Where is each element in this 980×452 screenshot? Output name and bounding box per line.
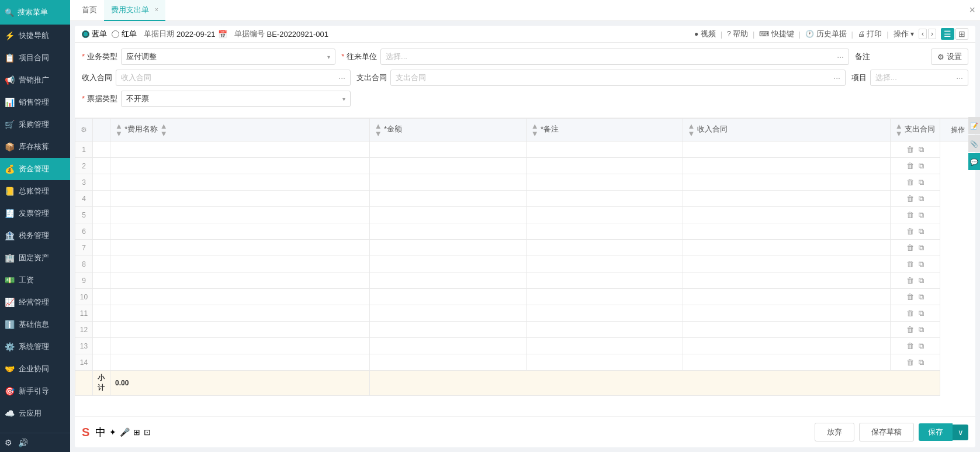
th-config[interactable]: ⚙ xyxy=(75,119,93,142)
radio-red-input[interactable] xyxy=(112,30,119,38)
volume-icon[interactable]: 🔊 xyxy=(18,438,28,447)
brand-icon-2[interactable]: ✦ xyxy=(109,427,116,437)
expense-contract-dots[interactable]: ··· xyxy=(833,73,840,82)
brand-icon-4[interactable]: ⊞ xyxy=(133,427,140,437)
row-7-expense-contract[interactable] xyxy=(683,240,890,256)
row-12-note[interactable] xyxy=(369,322,526,338)
row-10-expense-name[interactable] xyxy=(93,289,110,305)
row-3-expense-name[interactable] xyxy=(93,174,110,191)
settings-button[interactable]: ⚙ 设置 xyxy=(931,49,968,65)
row-9-delete-icon[interactable]: 🗑 xyxy=(906,276,914,285)
row-14-amount[interactable] xyxy=(110,354,370,371)
row-5-amount[interactable] xyxy=(110,207,370,223)
row-12-expense-name[interactable] xyxy=(93,322,110,338)
row-8-delete-icon[interactable]: 🗑 xyxy=(906,260,914,268)
row-13-expense-name[interactable] xyxy=(93,338,110,354)
row-10-income-contract[interactable] xyxy=(526,289,683,305)
row-10-note[interactable] xyxy=(369,289,526,305)
row-12-delete-icon[interactable]: 🗑 xyxy=(906,325,914,334)
row-1-amount[interactable] xyxy=(110,142,370,158)
row-12-copy-icon[interactable]: ⧉ xyxy=(919,325,924,334)
window-close-btn[interactable]: × xyxy=(969,4,975,16)
invoice-type-select[interactable]: 不开票 ▾ xyxy=(121,91,351,107)
row-6-note[interactable] xyxy=(369,223,526,240)
row-2-amount[interactable] xyxy=(110,158,370,174)
row-6-expense-name[interactable] xyxy=(93,223,110,240)
sidebar-item-inventory[interactable]: 📦 库存核算 xyxy=(0,136,70,158)
sidebar-item-payroll[interactable]: 💵 工资 xyxy=(0,269,70,291)
row-8-expense-name[interactable] xyxy=(93,256,110,272)
row-14-expense-name[interactable] xyxy=(93,354,110,371)
row-7-note[interactable] xyxy=(369,240,526,256)
save-button[interactable]: 保存 xyxy=(919,423,953,441)
sidebar-item-sales-mgmt[interactable]: 📊 销售管理 xyxy=(0,91,70,113)
brand-icon-3[interactable]: 🎤 xyxy=(120,427,130,437)
row-11-note[interactable] xyxy=(369,305,526,322)
row-11-delete-icon[interactable]: 🗑 xyxy=(906,309,914,318)
grid-view-btn[interactable]: ⊞ xyxy=(955,28,968,40)
sidebar-item-system-mgmt[interactable]: ⚙️ 系统管理 xyxy=(0,336,70,358)
row-10-amount[interactable] xyxy=(110,289,370,305)
radio-red[interactable]: 红单 xyxy=(112,29,137,39)
project-select[interactable]: 选择... ··· xyxy=(870,70,968,86)
print-btn[interactable]: 🖨 打印 xyxy=(858,29,882,39)
row-10-copy-icon[interactable]: ⧉ xyxy=(919,292,924,301)
prev-btn[interactable]: ‹ xyxy=(919,29,927,39)
row-8-note[interactable] xyxy=(369,256,526,272)
row-2-expense-name[interactable] xyxy=(93,158,110,174)
row-6-amount[interactable] xyxy=(110,223,370,240)
date-value[interactable]: 2022-09-21 xyxy=(176,30,216,39)
brand-icon-5[interactable]: ⊡ xyxy=(144,427,151,437)
sidebar-item-quick-nav[interactable]: ⚡ 快捷导航 xyxy=(0,25,70,47)
row-4-expense-contract[interactable] xyxy=(683,191,890,207)
row-3-income-contract[interactable] xyxy=(526,174,683,191)
row-4-expense-name[interactable] xyxy=(93,191,110,207)
history-btn[interactable]: 🕐 历史单据 xyxy=(805,29,846,39)
row-3-note[interactable] xyxy=(369,174,526,191)
row-9-amount[interactable] xyxy=(110,272,370,289)
row-3-delete-icon[interactable]: 🗑 xyxy=(906,178,914,187)
row-5-copy-icon[interactable]: ⧉ xyxy=(919,211,924,219)
row-9-copy-icon[interactable]: ⧉ xyxy=(919,276,924,285)
video-btn[interactable]: ● 视频 xyxy=(694,29,716,39)
row-2-delete-icon[interactable]: 🗑 xyxy=(906,161,914,170)
row-2-income-contract[interactable] xyxy=(526,158,683,174)
shortcut-btn[interactable]: ⌨ 快捷键 xyxy=(759,29,794,39)
row-1-note[interactable] xyxy=(369,142,526,158)
row-5-expense-contract[interactable] xyxy=(683,207,890,223)
row-10-delete-icon[interactable]: 🗑 xyxy=(906,292,914,301)
sidebar-item-project-contract[interactable]: 📋 项目合同 xyxy=(0,47,70,69)
row-4-income-contract[interactable] xyxy=(526,191,683,207)
row-7-copy-icon[interactable]: ⧉ xyxy=(919,243,924,252)
row-2-note[interactable] xyxy=(369,158,526,174)
row-8-expense-contract[interactable] xyxy=(683,256,890,272)
actions-btn[interactable]: 操作 ▾ xyxy=(894,29,914,39)
sidebar-item-capital-mgmt[interactable]: 💰 资金管理 xyxy=(0,158,70,180)
row-5-note[interactable] xyxy=(369,207,526,223)
row-9-expense-contract[interactable] xyxy=(683,272,890,289)
income-contract-dots[interactable]: ··· xyxy=(338,73,345,82)
row-14-delete-icon[interactable]: 🗑 xyxy=(906,358,914,367)
row-11-expense-name[interactable] xyxy=(93,305,110,322)
row-4-delete-icon[interactable]: 🗑 xyxy=(906,194,914,203)
row-4-copy-icon[interactable]: ⧉ xyxy=(919,194,924,203)
sidebar-item-purchase-mgmt[interactable]: 🛒 采购管理 xyxy=(0,113,70,136)
row-7-income-contract[interactable] xyxy=(526,240,683,256)
row-13-expense-contract[interactable] xyxy=(683,338,890,354)
row-2-expense-contract[interactable] xyxy=(683,158,890,174)
tab-expense-form[interactable]: 费用支出单 × xyxy=(104,0,165,21)
row-12-amount[interactable] xyxy=(110,322,370,338)
radio-blue-input[interactable] xyxy=(82,30,89,38)
row-7-amount[interactable] xyxy=(110,240,370,256)
row-1-copy-icon[interactable]: ⧉ xyxy=(919,145,924,154)
row-8-amount[interactable] xyxy=(110,256,370,272)
row-5-delete-icon[interactable]: 🗑 xyxy=(906,211,914,219)
row-1-expense-name[interactable] xyxy=(93,142,110,158)
row-7-expense-name[interactable] xyxy=(93,240,110,256)
row-4-amount[interactable] xyxy=(110,191,370,207)
row-4-note[interactable] xyxy=(369,191,526,207)
row-8-copy-icon[interactable]: ⧉ xyxy=(919,260,924,268)
row-14-note[interactable] xyxy=(369,354,526,371)
tab-home[interactable]: 首页 xyxy=(75,0,104,21)
income-contract-select[interactable]: 收入合同 ··· xyxy=(116,70,351,86)
